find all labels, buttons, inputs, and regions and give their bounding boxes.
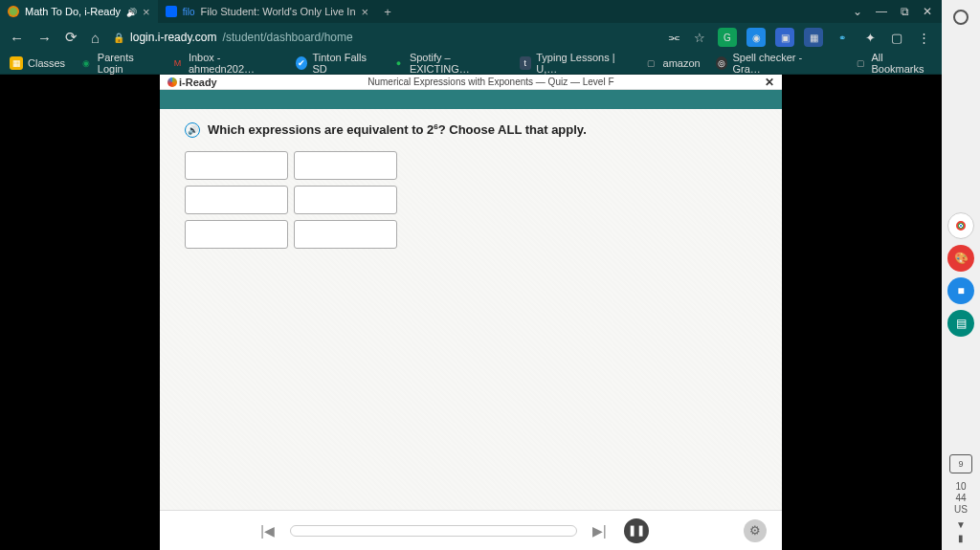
system-tray: 🎨 ■ ▤ 9 10 44 US ▼ ▮: [942, 0, 980, 550]
clock-line1: 10: [955, 481, 966, 493]
bookmark-tinton-falls[interactable]: ✔Tinton Falls SD: [296, 52, 377, 75]
chrome-icon[interactable]: [947, 212, 974, 239]
pause-button[interactable]: ❚❚: [624, 518, 649, 543]
wifi-icon[interactable]: ▼: [956, 519, 966, 531]
prev-button[interactable]: |◀: [260, 523, 275, 539]
tab-strip: Math To Do, i-Ready × filo Filo Student:…: [0, 0, 942, 23]
iready-favicon: [8, 6, 19, 17]
count-badge[interactable]: 9: [949, 454, 972, 473]
home-button[interactable]: ⌂: [91, 30, 100, 46]
status-circle-icon[interactable]: [953, 10, 969, 25]
new-tab-button[interactable]: +: [384, 5, 391, 19]
tab-brand: filo: [183, 7, 195, 17]
share-icon[interactable]: ⫘: [664, 29, 681, 46]
star-icon[interactable]: ☆: [691, 29, 708, 46]
lesson-footer: |◀ ▶| ❚❚ ⚙: [160, 510, 782, 550]
bookmark-spell-checker[interactable]: ◎Spell checker - Gra…: [716, 52, 824, 75]
close-window-icon[interactable]: ✕: [923, 5, 932, 18]
tab-iready[interactable]: Math To Do, i-Ready ×: [0, 0, 158, 23]
locale: US: [954, 504, 968, 516]
maximize-icon[interactable]: ⧉: [901, 5, 909, 18]
battery-icon[interactable]: ▮: [958, 533, 964, 544]
ext-icon[interactable]: ⚭: [833, 28, 852, 47]
clock-line2: 44: [955, 493, 966, 504]
audio-icon[interactable]: [126, 6, 137, 17]
forward-button[interactable]: →: [37, 30, 52, 46]
camera-icon[interactable]: ■: [947, 277, 974, 304]
close-lesson-icon[interactable]: ✕: [765, 76, 774, 89]
ext-icon[interactable]: ▦: [804, 28, 823, 47]
lock-icon: 🔒: [113, 33, 124, 43]
tab-title: Math To Do, i-Ready: [25, 6, 121, 17]
back-button[interactable]: ←: [10, 30, 24, 46]
choice-6[interactable]: 8 · 8: [294, 220, 397, 249]
bookmark-spotify[interactable]: ●Spotify – EXICTING…: [392, 52, 503, 75]
close-tab-icon[interactable]: ×: [143, 5, 150, 19]
choice-4[interactable]: 4 · 16: [294, 186, 397, 214]
bookmark-classes[interactable]: ▦Classes: [10, 56, 65, 70]
all-bookmarks[interactable]: ▢All Bookmarks: [855, 52, 932, 75]
filo-favicon: [166, 6, 177, 17]
question-area: 🔊 Which expressions are equivalent to 26…: [160, 109, 782, 510]
minimize-icon[interactable]: —: [876, 5, 887, 18]
news-icon[interactable]: ▤: [947, 310, 974, 337]
lesson-title: Numerical Expressions with Exponents — Q…: [368, 77, 613, 87]
bookmark-parents-login[interactable]: ◉Parents Login: [80, 52, 156, 75]
ext-icon[interactable]: ◉: [746, 28, 766, 47]
iready-logo: i-Ready: [167, 77, 217, 88]
ext-icon[interactable]: G: [718, 28, 737, 47]
ext-icon[interactable]: ▣: [775, 28, 794, 47]
audio-play-icon[interactable]: 🔊: [185, 122, 200, 138]
palette-icon[interactable]: 🎨: [947, 245, 974, 272]
question-text: Which expressions are equivalent to 26? …: [208, 122, 587, 137]
settings-icon[interactable]: ⚙: [744, 519, 767, 542]
url-path: /student/dashboard/home: [223, 31, 353, 44]
url-domain: login.i-ready.com: [130, 31, 216, 44]
choice-1[interactable]: 6 · 6 · 6 · 6 · 6 · 6: [185, 151, 288, 180]
window-dropdown-icon[interactable]: ⌄: [853, 5, 862, 18]
choice-2[interactable]: 2 · 2 · 2 · 2 · 2 · 2: [294, 151, 397, 180]
bookmarks-bar: ▦Classes ◉Parents Login MInbox - ahmedn2…: [0, 52, 942, 75]
tab-filo[interactable]: filo Filo Student: World's Only Live In …: [158, 0, 376, 23]
header-bar: [160, 90, 782, 109]
address-bar: ← → ⟳ ⌂ 🔒 login.i-ready.com/student/dash…: [0, 23, 942, 52]
iready-app: i-Ready Numerical Expressions with Expon…: [160, 75, 782, 550]
panel-icon[interactable]: ▢: [888, 29, 905, 46]
bookmark-inbox[interactable]: MInbox - ahmedn202…: [171, 52, 280, 75]
progress-bar[interactable]: [290, 525, 577, 537]
bookmark-amazon[interactable]: ▢amazon: [645, 56, 701, 70]
app-header: i-Ready Numerical Expressions with Expon…: [160, 75, 782, 90]
tab-title: Filo Student: World's Only Live In: [200, 6, 355, 17]
answer-choices: 6 · 6 · 6 · 6 · 6 · 6 2 · 2 · 2 · 2 · 2 …: [185, 151, 757, 249]
extensions-icon[interactable]: ✦: [861, 29, 879, 46]
next-button[interactable]: ▶|: [592, 523, 607, 539]
menu-icon[interactable]: ⋮: [915, 29, 932, 46]
choice-3[interactable]: 2 · 6: [185, 186, 288, 214]
reload-button[interactable]: ⟳: [65, 29, 78, 46]
close-tab-icon[interactable]: ×: [362, 5, 369, 19]
choice-5[interactable]: 12 · 12: [185, 220, 288, 249]
bookmark-typing[interactable]: tTyping Lessons | U,…: [520, 52, 630, 75]
page-viewport: i-Ready Numerical Expressions with Expon…: [0, 75, 942, 550]
url-field[interactable]: 🔒 login.i-ready.com/student/dashboard/ho…: [113, 31, 651, 44]
